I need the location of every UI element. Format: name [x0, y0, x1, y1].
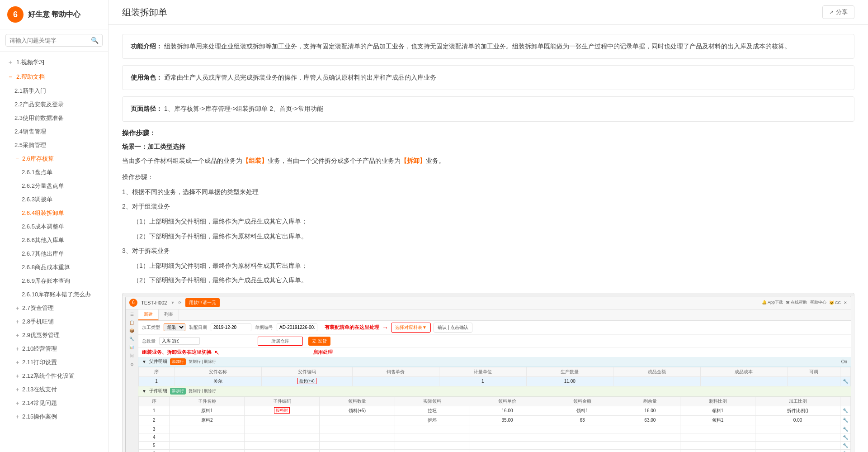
collapse-icon: － [7, 73, 14, 81]
scene1-steps: 操作步骤： 1、根据不同的业务，选择不同单据的类型来处理 2、对于组装业务 （1… [122, 171, 854, 286]
sidebar-item-other-inbound[interactable]: 2.6.6其他入库单 [0, 233, 108, 247]
sidebar-item-assembly[interactable]: 2.6.4组装拆卸单 [0, 206, 108, 220]
mock-form-row-2: 总数量 所属仓库 立 发货 [138, 335, 851, 348]
mock-annotation-row-2: 组装业务、拆卸业务在这里切换 ↖ 启用处理 [138, 348, 851, 357]
step3-sub1: （1）上部明细为父件明细，最终作为原材料生成其它出库单； [122, 260, 854, 272]
table-row: 1 关尔 拉长(+4) 1 11.00 [139, 376, 851, 386]
content-body: 功能介绍： 组装拆卸单用来处理企业组装或拆卸等加工业务，支持有固定装配清单的产品… [108, 25, 868, 452]
mock-titlebar: 6 TEST-H002 ▼ ⟳ 用款申请一元 🔔 App下载 ☎ 在线帮助 帮助… [126, 296, 851, 309]
sidebar-item-ledger-error[interactable]: 2.6.10库存账本错了怎么办 [0, 288, 108, 301]
mock-qty-label: 总数量 [142, 338, 156, 344]
on-status-text: On [841, 359, 847, 364]
role-label: 使用角色： [131, 74, 162, 81]
sidebar-item-ops[interactable]: ＋ 2.10经营管理 [0, 342, 108, 356]
mock-tab-new[interactable]: 新建 [138, 309, 159, 320]
path-label: 页面路径： [131, 105, 162, 112]
mock-no-label: 单据编号 [255, 324, 273, 331]
mock-left-nav: ☰ 📋 📦 🔧 📊 间 ⚙ [126, 309, 138, 452]
sidebar-item-inventory-ledger[interactable]: 2.6.9库存账本查询 [0, 274, 108, 288]
sidebar-item-mobile[interactable]: ＋ 2.8手机旺铺 [0, 315, 108, 328]
mock-date-input[interactable] [211, 324, 251, 331]
func-intro-label: 功能介绍： [131, 43, 162, 50]
expand-icon: ＋ [7, 58, 14, 67]
sidebar-item-coupon[interactable]: ＋ 2.9优惠券管理 [0, 328, 108, 342]
path-text: 1、库存核算->库存管理->组装拆卸单 2、首页->常用功能 [164, 105, 323, 112]
sidebar-item-sales[interactable]: 2.4销售管理 [0, 125, 108, 138]
sidebar-item-cost-recalc[interactable]: 2.6.8商品成本重算 [0, 261, 108, 274]
sidebar-item-stocktake[interactable]: 2.6.1盘点单 [0, 166, 108, 179]
share-button[interactable]: ↗ 分享 [822, 5, 854, 19]
mock-logo: 6 [129, 299, 137, 307]
mock-topright: 🔔 App下载 ☎ 在线帮助 帮助中心 🐱 CC ✕ [762, 300, 847, 305]
search-input[interactable] [9, 37, 91, 44]
sidebar-item-data-prep[interactable]: 2.3使用前数据准备 [0, 111, 108, 125]
sidebar-item-partial-stocktake[interactable]: 2.6.2分量盘点单 [0, 179, 108, 193]
annotation-text-1: 有装配清单的在这里处理 [325, 324, 379, 331]
table-row: 2 原料2 拆坯 35.00 63 63.00 领料1 [139, 415, 851, 425]
scene1-title: 场景一：加工类型选择 [122, 143, 854, 151]
mock-form-row-1: 加工类型 组装 拆卸 装配日期 单据编号 [138, 321, 851, 335]
screenshot-container: 6 TEST-H002 ▼ ⟳ 用款申请一元 🔔 App下载 ☎ 在线帮助 帮助… [122, 293, 854, 452]
scene1-desc: 当由多个子件材料组装成一个成品的业务为【组装】业务，当由一个父件拆分成多个子产品… [122, 155, 854, 167]
table-row: 4🔧 [139, 433, 851, 441]
step1: 1、根据不同的业务，选择不同单据的类型来处理 [122, 186, 854, 198]
mock-type-select[interactable]: 组装 拆卸 [164, 324, 185, 331]
mock-date-label: 装配日期 [189, 324, 207, 331]
mock-confirm-btn-2[interactable]: 立 发货 [308, 337, 330, 346]
table-row: 3🔧 [139, 425, 851, 433]
step3: 3、对于拆装业务 [122, 245, 854, 257]
mock-qty-input[interactable] [159, 337, 200, 345]
logo-title: 好生意 帮助中心 [28, 10, 80, 19]
step-ops-label: 操作步骤： [122, 171, 854, 183]
search-button[interactable]: 🔍 [91, 37, 99, 44]
sidebar-item-online-pay[interactable]: ＋ 2.13在线支付 [0, 383, 108, 396]
mock-top-table: 序 父件名称 父件编码 销售单价 计量单位 生产数量 成品金额 成品成本 可调 [138, 367, 851, 386]
annotation-text-2: 组装业务、拆卸业务在这里切换 [142, 349, 212, 356]
sidebar-item-finance[interactable]: ＋ 2.7资金管理 [0, 301, 108, 315]
role-text: 通常由生产人员或库管人员完成拆装业务的操作，库管人员确认原材料的出库和产成品的入… [164, 74, 436, 81]
sidebar-item-newcomer[interactable]: 2.1新手入门 [0, 84, 108, 98]
step2-sub2: （2）下部明细为子件明细，最终作为原材料生成其它出库单。 [122, 230, 854, 243]
step2: 2、对于组装业务 [122, 200, 854, 213]
search-area: 🔍 [0, 29, 108, 52]
sidebar-item-transfer[interactable]: 2.6.3调拨单 [0, 193, 108, 206]
sidebar-item-cost-adjust[interactable]: 2.6.5成本调整单 [0, 220, 108, 233]
screenshot-inner: 6 TEST-H002 ▼ ⟳ 用款申请一元 🔔 App下载 ☎ 在线帮助 帮助… [123, 296, 854, 452]
table-row: 6🔧 [139, 449, 851, 452]
nav-tree: ＋ 1.视频学习 － 2.帮助文档 2.1新手入门 2.2产品安装及登录 2.3… [0, 52, 108, 452]
sidebar-item-inventory[interactable]: － 2.6库存核算 [0, 152, 108, 166]
mock-sync-icon: ⟳ [178, 300, 182, 305]
annotation-text-3: 启用处理 [313, 349, 333, 356]
step3-sub2: （2）下部明细为子件明细，最终作为产成品生成其它入库单。 [122, 274, 854, 286]
role-block: 使用角色： 通常由生产人员或库管人员完成拆装业务的操作，库管人员确认原材料的出库… [122, 65, 854, 90]
mock-no-input[interactable] [277, 324, 317, 331]
mock-section-header-bottom: ▼ 子件明细 添加行 复制行 | 删除行 [138, 386, 851, 396]
sidebar-item-other-outbound[interactable]: 2.6.7其他出库单 [0, 247, 108, 261]
sidebar-item-purchase[interactable]: 2.5采购管理 [0, 138, 108, 152]
mock-body: ☰ 📋 📦 🔧 📊 间 ⚙ 新建 [126, 309, 851, 452]
mock-type-label: 加工类型 [142, 324, 160, 331]
sidebar-item-video[interactable]: ＋ 1.视频学习 [0, 55, 108, 70]
mock-bottom-table: 序 子件名称 子件编码 领料数量 实际领料 领料单价 领料金额 剩余量 剩料比例 [138, 396, 851, 452]
sidebar-item-install[interactable]: 2.2产品安装及登录 [0, 98, 108, 111]
mock-subtitle: ▼ [170, 300, 175, 305]
mock-title: TEST-H002 [141, 300, 167, 305]
search-box[interactable]: 🔍 [5, 34, 103, 47]
sidebar-item-system[interactable]: ＋ 2.12系统个性化设置 [0, 369, 108, 383]
mock-annotation-1: 有装配清单的在这里处理 → 选择对应料表▼ 确认 | 点击确认 [325, 323, 472, 333]
mock-select-table-btn[interactable]: 选择对应料表▼ [391, 323, 431, 333]
func-intro-text: 组装拆卸单用来处理企业组装或拆卸等加工业务，支持有固定装配清单的产品加工业务，也… [164, 43, 791, 50]
sidebar-item-cases[interactable]: ＋ 2.15操作案例 [0, 410, 108, 423]
mock-main-content: 新建 列表 加工类型 组装 拆卸 [138, 309, 851, 452]
page-title: 组装拆卸单 [122, 6, 167, 19]
sidebar-item-print[interactable]: ＋ 2.11打印设置 [0, 356, 108, 369]
sidebar: 6 好生意 帮助中心 🔍 ＋ 1.视频学习 － 2.帮助文档 2.1新手入门 2… [0, 0, 108, 452]
mock-tab-list[interactable]: 列表 [159, 309, 179, 320]
table-row: 1 原料1 报料时 领料(+5) 拉坯 16.00 领料1 [139, 406, 851, 415]
func-intro-block: 功能介绍： 组装拆卸单用来处理企业组装或拆卸等加工业务，支持有固定装配清单的产品… [122, 34, 854, 59]
sidebar-item-faq[interactable]: ＋ 2.14常见问题 [0, 396, 108, 410]
mock-order-btn[interactable]: 用款申请一元 [185, 298, 220, 307]
sidebar-item-help-docs[interactable]: － 2.帮助文档 [0, 70, 108, 84]
mock-confirm-btn[interactable]: 确认 | 点击确认 [434, 323, 472, 333]
share-icon: ↗ [829, 9, 834, 15]
